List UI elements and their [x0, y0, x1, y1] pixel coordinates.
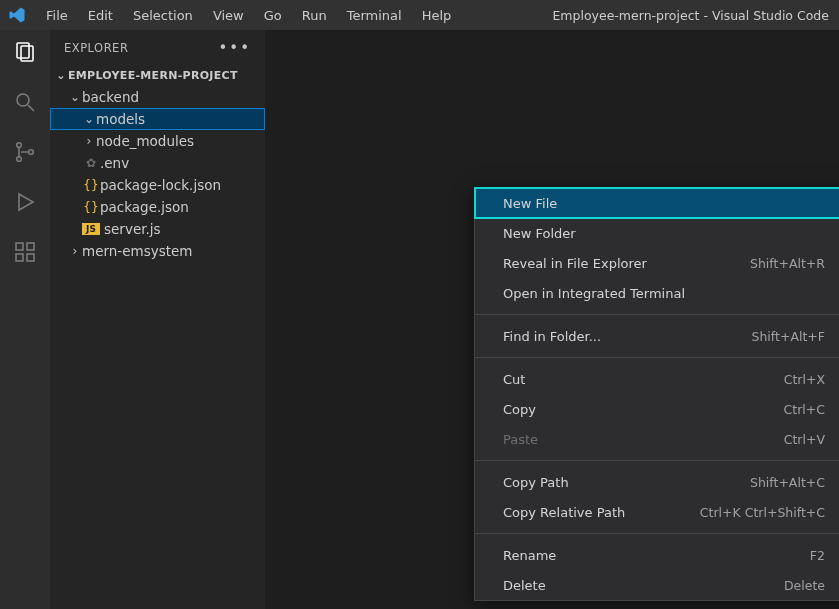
ctx-copy-relative-path[interactable]: Copy Relative Path Ctrl+K Ctrl+Shift+C — [475, 497, 839, 527]
source-control-activity-icon[interactable] — [11, 138, 39, 166]
svg-rect-9 — [16, 254, 23, 261]
ctx-separator — [475, 460, 839, 461]
ctx-label: New Folder — [503, 226, 576, 241]
sidebar-more-icon[interactable]: ••• — [218, 39, 251, 57]
ctx-shortcut: F2 — [810, 548, 825, 563]
search-activity-icon[interactable] — [11, 88, 39, 116]
ctx-shortcut: Ctrl+V — [784, 432, 825, 447]
folder-label: backend — [82, 89, 139, 105]
ctx-shortcut: Shift+Alt+R — [750, 256, 825, 271]
gear-icon: ✿ — [82, 156, 100, 170]
sidebar-title: EXPLORER — [64, 41, 128, 55]
menu-view[interactable]: View — [203, 4, 254, 27]
file-label: .env — [100, 155, 129, 171]
menu-run[interactable]: Run — [292, 4, 337, 27]
menu-selection[interactable]: Selection — [123, 4, 203, 27]
ctx-label: Delete — [503, 578, 546, 593]
run-debug-activity-icon[interactable] — [11, 188, 39, 216]
explorer-section-title[interactable]: ⌄ EMPLOYEE-MERN-PROJECT — [50, 65, 265, 86]
window-title: Employee-mern-project - Visual Studio Co… — [552, 8, 829, 23]
ctx-label: Rename — [503, 548, 556, 563]
ctx-reveal-explorer[interactable]: Reveal in File Explorer Shift+Alt+R — [475, 248, 839, 278]
ctx-label: New File — [503, 196, 557, 211]
menu-bar: File Edit Selection View Go Run Terminal… — [36, 4, 461, 27]
ctx-separator — [475, 314, 839, 315]
svg-rect-11 — [27, 243, 34, 250]
ctx-shortcut: Ctrl+C — [784, 402, 825, 417]
tree-folder-mern-emsystem[interactable]: › mern-emsystem — [50, 240, 265, 262]
ctx-separator — [475, 357, 839, 358]
chevron-down-icon: ⌄ — [68, 90, 82, 104]
section-title-label: EMPLOYEE-MERN-PROJECT — [68, 69, 238, 82]
ctx-cut[interactable]: Cut Ctrl+X — [475, 364, 839, 394]
folder-label: models — [96, 111, 145, 127]
ctx-find-in-folder[interactable]: Find in Folder... Shift+Alt+F — [475, 321, 839, 351]
ctx-copy-path[interactable]: Copy Path Shift+Alt+C — [475, 467, 839, 497]
ctx-new-file[interactable]: New File — [475, 188, 839, 218]
svg-line-3 — [28, 105, 34, 111]
tree-file-env[interactable]: ✿ .env — [50, 152, 265, 174]
menu-terminal[interactable]: Terminal — [337, 4, 412, 27]
ctx-label: Cut — [503, 372, 525, 387]
context-menu: New File New Folder Reveal in File Explo… — [474, 187, 839, 601]
sidebar-header: EXPLORER ••• — [50, 30, 265, 65]
svg-rect-10 — [27, 254, 34, 261]
ctx-label: Find in Folder... — [503, 329, 601, 344]
tree-file-server-js[interactable]: JS server.js — [50, 218, 265, 240]
chevron-right-icon: › — [68, 244, 82, 258]
ctx-label: Copy Path — [503, 475, 569, 490]
ctx-copy[interactable]: Copy Ctrl+C — [475, 394, 839, 424]
tree-folder-node-modules[interactable]: › node_modules — [50, 130, 265, 152]
js-icon: JS — [82, 223, 100, 235]
ctx-shortcut: Delete — [784, 578, 825, 593]
activity-bar — [0, 30, 50, 609]
chevron-right-icon: › — [82, 134, 96, 148]
vscode-logo-icon — [8, 6, 26, 24]
svg-point-6 — [29, 150, 34, 155]
ctx-open-terminal[interactable]: Open in Integrated Terminal — [475, 278, 839, 308]
ctx-new-folder[interactable]: New Folder — [475, 218, 839, 248]
file-tree: ⌄ backend ⌄ models › node_modules ✿ .env… — [50, 86, 265, 262]
menu-help[interactable]: Help — [412, 4, 462, 27]
ctx-label: Reveal in File Explorer — [503, 256, 647, 271]
ctx-label: Paste — [503, 432, 538, 447]
tree-folder-backend[interactable]: ⌄ backend — [50, 86, 265, 108]
ctx-shortcut: Shift+Alt+C — [750, 475, 825, 490]
folder-label: mern-emsystem — [82, 243, 192, 259]
svg-rect-8 — [16, 243, 23, 250]
ctx-label: Copy — [503, 402, 536, 417]
editor-area: New File New Folder Reveal in File Explo… — [265, 30, 839, 609]
tree-folder-models[interactable]: ⌄ models — [50, 108, 265, 130]
svg-marker-7 — [19, 194, 33, 210]
json-icon: {} — [82, 178, 100, 192]
menu-edit[interactable]: Edit — [78, 4, 123, 27]
explorer-activity-icon[interactable] — [11, 38, 39, 66]
svg-point-4 — [17, 143, 22, 148]
file-label: package-lock.json — [100, 177, 221, 193]
ctx-delete[interactable]: Delete Delete — [475, 570, 839, 600]
title-bar: File Edit Selection View Go Run Terminal… — [0, 0, 839, 30]
svg-point-5 — [17, 157, 22, 162]
chevron-down-icon: ⌄ — [54, 69, 68, 82]
chevron-down-icon: ⌄ — [82, 112, 96, 126]
svg-point-2 — [17, 94, 29, 106]
folder-label: node_modules — [96, 133, 194, 149]
ctx-label: Open in Integrated Terminal — [503, 286, 685, 301]
extensions-activity-icon[interactable] — [11, 238, 39, 266]
tree-file-package-json[interactable]: {} package.json — [50, 196, 265, 218]
ctx-shortcut: Ctrl+K Ctrl+Shift+C — [700, 505, 825, 520]
json-icon: {} — [82, 200, 100, 214]
ctx-label: Copy Relative Path — [503, 505, 625, 520]
ctx-paste: Paste Ctrl+V — [475, 424, 839, 454]
ctx-shortcut: Shift+Alt+F — [752, 329, 825, 344]
file-label: server.js — [104, 221, 161, 237]
explorer-sidebar: EXPLORER ••• ⌄ EMPLOYEE-MERN-PROJECT ⌄ b… — [50, 30, 265, 609]
menu-file[interactable]: File — [36, 4, 78, 27]
file-label: package.json — [100, 199, 189, 215]
ctx-rename[interactable]: Rename F2 — [475, 540, 839, 570]
tree-file-package-lock[interactable]: {} package-lock.json — [50, 174, 265, 196]
ctx-separator — [475, 533, 839, 534]
ctx-shortcut: Ctrl+X — [784, 372, 825, 387]
menu-go[interactable]: Go — [254, 4, 292, 27]
